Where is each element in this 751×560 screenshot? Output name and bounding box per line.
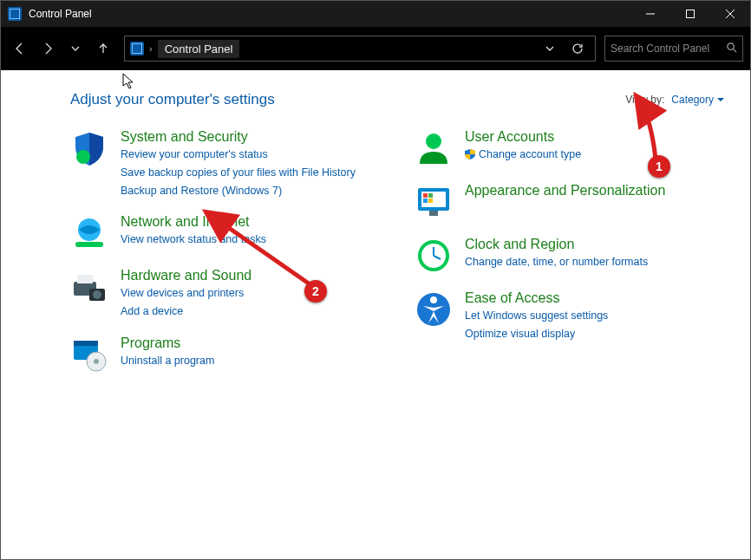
- svg-rect-16: [423, 193, 428, 198]
- address-history-button[interactable]: [538, 36, 562, 61]
- programs-icon: [70, 335, 108, 374]
- category-ease-of-access: Ease of Access Let Windows suggest setti…: [415, 290, 724, 342]
- category-appearance: Appearance and Personalization: [415, 183, 724, 221]
- link-uninstall[interactable]: Uninstall a program: [121, 353, 214, 369]
- forward-button[interactable]: [36, 36, 60, 61]
- svg-point-2: [76, 150, 90, 164]
- svg-rect-18: [423, 199, 428, 203]
- category-clock-region: Clock and Region Change date, time, or n…: [415, 237, 724, 275]
- svg-rect-6: [77, 275, 93, 283]
- svg-rect-0: [687, 10, 695, 18]
- link-programs[interactable]: Programs: [121, 335, 214, 351]
- link-devices-printers[interactable]: View devices and printers: [121, 285, 251, 302]
- category-column-left: System and Security Review your computer…: [70, 129, 380, 374]
- svg-point-1: [728, 43, 734, 49]
- titlebar: Control Panel: [1, 1, 750, 27]
- link-user-accounts[interactable]: User Accounts: [465, 129, 581, 145]
- view-by-dropdown[interactable]: Category: [671, 94, 724, 106]
- page-heading: Adjust your computer's settings: [70, 91, 275, 108]
- refresh-button[interactable]: [565, 36, 590, 61]
- svg-rect-19: [428, 199, 433, 203]
- back-button[interactable]: [8, 36, 32, 61]
- link-backup-restore[interactable]: Backup and Restore (Windows 7): [121, 183, 356, 199]
- globe-icon: [70, 214, 108, 252]
- recent-locations-button[interactable]: [63, 36, 88, 61]
- view-by-label: View by:: [625, 94, 664, 106]
- link-ease-of-access[interactable]: Ease of Access: [465, 290, 608, 306]
- category-user-accounts: User Accounts Change account type: [415, 129, 724, 167]
- navigation-bar: › Control Panel Search Control Panel: [1, 27, 750, 70]
- link-add-device[interactable]: Add a device: [121, 303, 251, 320]
- close-button[interactable]: [710, 1, 750, 27]
- uac-shield-icon: [465, 148, 475, 159]
- link-clock-region[interactable]: Clock and Region: [465, 237, 648, 252]
- search-placeholder: Search Control Panel: [611, 42, 721, 55]
- breadcrumb-control-panel[interactable]: Control Panel: [158, 40, 240, 58]
- minimize-button[interactable]: [630, 1, 670, 27]
- svg-rect-17: [428, 193, 433, 198]
- category-column-right: User Accounts Change account type Appear…: [415, 129, 724, 374]
- shield-icon: [70, 129, 108, 167]
- printer-icon: [70, 268, 108, 306]
- svg-point-8: [93, 290, 101, 299]
- annotation-badge-2: 2: [304, 280, 327, 303]
- svg-rect-4: [75, 242, 103, 247]
- link-network-status[interactable]: View network status and tasks: [121, 231, 266, 248]
- category-system-security: System and Security Review your computer…: [70, 129, 380, 199]
- view-by-value: Category: [671, 94, 714, 106]
- link-file-history[interactable]: Save backup copies of your files with Fi…: [121, 165, 356, 181]
- accessibility-icon: [415, 290, 453, 329]
- annotation-badge-1: 1: [648, 155, 670, 178]
- svg-point-24: [430, 296, 437, 303]
- search-input[interactable]: Search Control Panel: [604, 36, 743, 62]
- up-button[interactable]: [91, 36, 115, 61]
- link-review-status[interactable]: Review your computer's status: [121, 147, 356, 163]
- chevron-down-icon: [717, 96, 724, 103]
- svg-point-12: [94, 359, 99, 364]
- window-frame: Control Panel › Control Panel Search Con: [0, 0, 751, 560]
- clock-icon: [415, 237, 453, 275]
- chevron-right-icon: ›: [149, 43, 153, 54]
- link-suggest-settings[interactable]: Let Windows suggest settings: [465, 308, 608, 324]
- maximize-button[interactable]: [670, 1, 710, 27]
- category-hardware-sound: Hardware and Sound View devices and prin…: [70, 268, 380, 320]
- link-date-time-formats[interactable]: Change date, time, or number formats: [465, 254, 648, 270]
- address-icon: [130, 42, 144, 55]
- category-network-internet: Network and Internet View network status…: [70, 214, 380, 252]
- svg-rect-10: [74, 341, 98, 346]
- svg-point-13: [426, 133, 441, 149]
- link-change-account-type[interactable]: Change account type: [465, 147, 581, 163]
- link-optimize-display[interactable]: Optimize visual display: [465, 326, 608, 342]
- link-network-internet[interactable]: Network and Internet: [121, 214, 266, 230]
- link-appearance[interactable]: Appearance and Personalization: [465, 183, 665, 199]
- user-icon: [415, 129, 453, 167]
- search-icon: [726, 42, 737, 55]
- address-bar[interactable]: › Control Panel: [124, 36, 596, 62]
- view-by-control: View by: Category: [625, 94, 724, 106]
- window-title: Control Panel: [29, 8, 92, 20]
- category-programs: Programs Uninstall a program: [70, 335, 380, 374]
- content-area: Adjust your computer's settings View by:…: [1, 70, 750, 559]
- monitor-icon: [415, 183, 453, 221]
- link-hardware-sound[interactable]: Hardware and Sound: [121, 268, 251, 283]
- svg-rect-20: [429, 211, 438, 216]
- control-panel-icon: [8, 7, 22, 21]
- link-system-security[interactable]: System and Security: [121, 129, 356, 145]
